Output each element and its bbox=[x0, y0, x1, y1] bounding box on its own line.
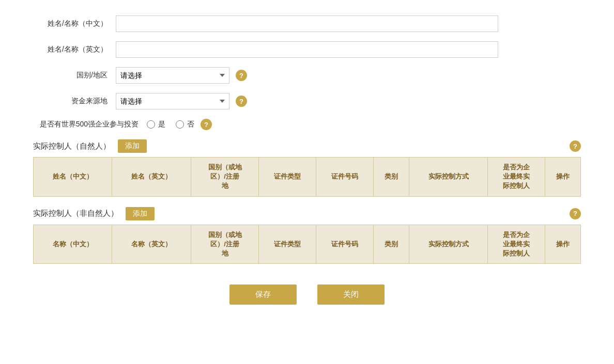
fortune500-no-radio[interactable] bbox=[176, 120, 184, 129]
fund-source-select[interactable]: 请选择 bbox=[116, 93, 229, 109]
fund-source-label: 资金来源地 bbox=[33, 97, 116, 106]
non-natural-section-header: 实际控制人（非自然人） 添加 ? bbox=[33, 207, 581, 220]
natural-col-category: 类别 bbox=[373, 157, 409, 197]
natural-section-header: 实际控制人（自然人） 添加 ? bbox=[33, 139, 581, 153]
non-natural-col-ultimate-controller: 是否为企业最终实际控制人 bbox=[488, 225, 545, 264]
non-natural-help-icon[interactable]: ? bbox=[570, 208, 581, 219]
bottom-buttons: 保存 关闭 bbox=[33, 284, 581, 320]
natural-add-button[interactable]: 添加 bbox=[118, 139, 147, 153]
non-natural-col-control-method: 实际控制方式 bbox=[409, 225, 487, 264]
natural-col-country: 国别（或地区）/注册地 bbox=[191, 157, 259, 197]
fortune500-yes-label: 是 bbox=[158, 120, 165, 129]
country-select[interactable]: 请选择 bbox=[116, 67, 229, 84]
close-button[interactable]: 关闭 bbox=[317, 284, 385, 305]
country-help-icon[interactable]: ? bbox=[236, 70, 247, 81]
fortune500-help-icon[interactable]: ? bbox=[201, 119, 212, 130]
natural-col-control-method: 实际控制方式 bbox=[409, 157, 487, 197]
non-natural-section-title: 实际控制人（非自然人） bbox=[33, 209, 118, 218]
non-natural-table-header-row: 名称（中文） 名称（英文） 国别（或地区）/注册地 证件类型 证件号码 类别 实… bbox=[34, 225, 581, 264]
name-en-row: 姓名/名称（英文） bbox=[33, 41, 581, 58]
country-row: 国别/地区 请选择 ? bbox=[33, 67, 581, 84]
fortune500-yes-option[interactable]: 是 bbox=[147, 120, 165, 129]
natural-person-table: 姓名（中文） 姓名（英文） 国别（或地区）/注册地 证件类型 证件号码 类别 实… bbox=[33, 157, 581, 197]
fund-source-help-icon[interactable]: ? bbox=[236, 96, 247, 107]
fortune500-no-option[interactable]: 否 bbox=[176, 120, 194, 129]
fund-source-row: 资金来源地 请选择 ? bbox=[33, 93, 581, 109]
name-cn-input[interactable] bbox=[116, 15, 498, 32]
name-en-input[interactable] bbox=[116, 41, 498, 58]
name-cn-row: 姓名/名称（中文） bbox=[33, 15, 581, 32]
non-natural-col-operation: 操作 bbox=[545, 225, 580, 264]
natural-col-operation: 操作 bbox=[545, 157, 580, 197]
non-natural-add-button[interactable]: 添加 bbox=[126, 207, 155, 220]
fortune500-radio-group: 是 否 bbox=[147, 120, 194, 129]
natural-col-name-cn: 姓名（中文） bbox=[34, 157, 112, 197]
natural-col-name-en: 姓名（英文） bbox=[112, 157, 191, 197]
non-natural-col-cert-no: 证件号码 bbox=[316, 225, 374, 264]
natural-col-ultimate-controller: 是否为企业最终实际控制人 bbox=[488, 157, 545, 197]
non-natural-col-cert-type: 证件类型 bbox=[259, 225, 316, 264]
name-cn-label: 姓名/名称（中文） bbox=[33, 19, 116, 28]
natural-section-title: 实际控制人（自然人） bbox=[33, 141, 111, 151]
non-natural-person-table: 名称（中文） 名称（英文） 国别（或地区）/注册地 证件类型 证件号码 类别 实… bbox=[33, 225, 581, 264]
natural-help-icon[interactable]: ? bbox=[570, 140, 581, 152]
name-en-label: 姓名/名称（英文） bbox=[33, 45, 116, 54]
fortune500-row: 是否有世界500强企业参与投资 是 否 ? bbox=[33, 119, 581, 130]
fortune500-yes-radio[interactable] bbox=[147, 120, 155, 129]
fortune500-no-label: 否 bbox=[187, 120, 194, 129]
non-natural-col-category: 类别 bbox=[373, 225, 409, 264]
save-button[interactable]: 保存 bbox=[229, 284, 297, 305]
country-label: 国别/地区 bbox=[33, 71, 116, 80]
non-natural-col-country: 国别（或地区）/注册地 bbox=[191, 225, 259, 264]
non-natural-col-name-cn: 名称（中文） bbox=[34, 225, 112, 264]
natural-col-cert-type: 证件类型 bbox=[259, 157, 316, 197]
natural-col-cert-no: 证件号码 bbox=[316, 157, 374, 197]
natural-table-header-row: 姓名（中文） 姓名（英文） 国别（或地区）/注册地 证件类型 证件号码 类别 实… bbox=[34, 157, 581, 197]
form-container: 姓名/名称（中文） 姓名/名称（英文） 国别/地区 请选择 ? 资金来源地 请选… bbox=[33, 15, 581, 320]
non-natural-col-name-en: 名称（英文） bbox=[112, 225, 191, 264]
fortune500-label: 是否有世界500强企业参与投资 bbox=[33, 120, 147, 129]
